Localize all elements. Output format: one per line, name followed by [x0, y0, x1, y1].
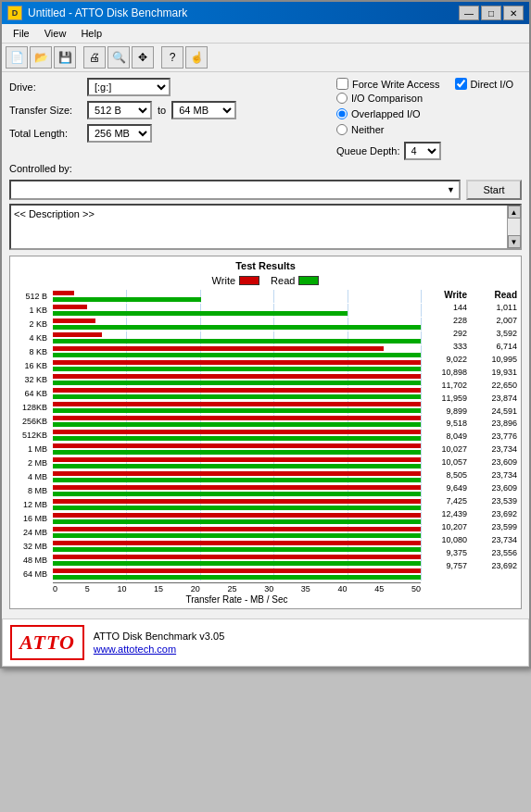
- save-button[interactable]: 💾: [54, 46, 76, 69]
- bar-row: [53, 429, 421, 442]
- read-bar: [53, 325, 421, 330]
- bar-row: [53, 526, 421, 539]
- read-value: 23,734: [474, 469, 517, 482]
- direct-io-area: Direct I/O: [455, 78, 513, 90]
- x-tick: 45: [374, 584, 384, 593]
- menu-view[interactable]: View: [37, 26, 74, 41]
- write-bar: [53, 457, 421, 462]
- chart-area: 512 B1 KB2 KB4 KB8 KB16 KB32 KB64 KB128K…: [14, 290, 517, 605]
- read-value: 23,692: [474, 508, 517, 521]
- read-value: 23,692: [474, 560, 517, 573]
- bar-row: [53, 401, 421, 414]
- value-row: 2923,592: [424, 328, 517, 341]
- value-row: 10,02723,734: [424, 443, 517, 456]
- bar-row: [53, 554, 421, 567]
- drive-select[interactable]: [:g:]: [87, 78, 171, 96]
- value-row: 9,89924,591: [424, 406, 517, 418]
- scroll-down-icon[interactable]: ▼: [508, 235, 521, 248]
- maximize-button[interactable]: □: [481, 6, 501, 20]
- write-bar: [53, 305, 87, 309]
- main-window: D Untitled - ATTO Disk Benchmark — □ ✕ F…: [0, 0, 531, 668]
- neither-radio[interactable]: [336, 124, 348, 135]
- row-label: 16 KB: [14, 359, 49, 373]
- row-label: 48 MB: [14, 554, 49, 568]
- queue-depth-select[interactable]: 4 1 2 8: [404, 142, 441, 160]
- write-value: 12,439: [424, 508, 467, 521]
- row-label: 512 B: [14, 290, 49, 304]
- write-value: 333: [424, 341, 467, 354]
- results-legend: Write Read: [14, 275, 517, 286]
- read-bar: [53, 561, 421, 566]
- read-bar: [53, 408, 421, 413]
- force-write-checkbox[interactable]: [336, 78, 348, 90]
- transfer-size-label: Transfer Size:: [9, 105, 83, 116]
- write-value: 144: [424, 302, 467, 315]
- read-bar: [53, 311, 348, 316]
- help2-button[interactable]: ☝: [185, 46, 208, 69]
- menu-help[interactable]: Help: [73, 26, 109, 41]
- force-write-label: Force Write Access: [352, 79, 440, 90]
- write-bar: [53, 332, 102, 337]
- read-legend-label: Read: [271, 275, 295, 286]
- row-label: 128KB: [14, 401, 49, 415]
- menu-bar: File View Help: [2, 24, 529, 44]
- minimize-button[interactable]: —: [459, 6, 479, 20]
- help-button[interactable]: ?: [161, 46, 183, 69]
- print-button[interactable]: 🖨: [83, 46, 106, 69]
- value-row: 8,50523,734: [424, 469, 517, 482]
- bar-row: [53, 470, 421, 483]
- io-comparison-radio[interactable]: [336, 93, 348, 104]
- window-controls: — □ ✕: [459, 6, 524, 20]
- write-value: 292: [424, 328, 467, 341]
- write-value: 10,898: [424, 367, 467, 380]
- value-row: 10,08023,734: [424, 534, 517, 547]
- dropdown-arrow-icon: ▼: [447, 185, 455, 194]
- start-button[interactable]: Start: [466, 180, 522, 200]
- read-bar: [53, 506, 421, 510]
- direct-io-checkbox[interactable]: [455, 78, 467, 90]
- x-tick: 5: [85, 584, 90, 593]
- row-label: 32 KB: [14, 373, 49, 387]
- write-bar: [53, 485, 421, 490]
- total-length-select[interactable]: 256 MB 512 MB: [87, 124, 152, 143]
- row-label: 8 KB: [14, 345, 49, 359]
- chart-bars: 05101520253035404550 Transfer Rate - MB …: [53, 290, 421, 605]
- row-label: 16 MB: [14, 512, 49, 526]
- scroll-up-icon[interactable]: ▲: [508, 206, 521, 219]
- write-value: 10,080: [424, 534, 467, 547]
- write-value: 10,057: [424, 456, 467, 469]
- controlled-by-dropdown[interactable]: ▼: [9, 180, 461, 200]
- x-axis-ticks: 05101520253035404550: [53, 583, 421, 593]
- close-button[interactable]: ✕: [503, 6, 524, 20]
- menu-file[interactable]: File: [6, 26, 37, 41]
- read-bar: [53, 436, 421, 441]
- bar-row: [53, 331, 421, 344]
- move-button[interactable]: ✥: [132, 46, 154, 69]
- magnify-button[interactable]: 🔍: [107, 46, 130, 69]
- overlapped-io-radio[interactable]: [336, 108, 348, 119]
- read-bar: [53, 492, 421, 496]
- open-button[interactable]: 📂: [30, 46, 52, 69]
- description-scrollbar[interactable]: ▲ ▼: [507, 206, 520, 248]
- read-value: 2,007: [474, 315, 517, 328]
- transfer-from-select[interactable]: 512 B 1 KB: [87, 101, 152, 119]
- value-row: 10,89819,931: [424, 367, 517, 380]
- chart-values: Write Read 1441,0112282,0072923,5923336,…: [424, 290, 517, 605]
- read-value: 23,609: [474, 482, 517, 495]
- value-row: 10,05723,609: [424, 456, 517, 469]
- read-value: 23,734: [474, 443, 517, 456]
- atto-info: ATTO Disk Benchmark v3.05 www.attotech.c…: [94, 631, 224, 655]
- new-button[interactable]: 📄: [6, 46, 28, 69]
- atto-logo: ATTO: [10, 625, 84, 660]
- row-label: 512KB: [14, 429, 49, 443]
- write-value: 9,649: [424, 482, 467, 495]
- bar-row: [53, 318, 421, 331]
- transfer-to-select[interactable]: 64 MB 128 MB: [171, 101, 236, 119]
- x-tick: 30: [264, 584, 273, 593]
- bar-row: [53, 456, 421, 469]
- read-bar: [53, 547, 421, 552]
- bar-row: [53, 415, 421, 428]
- bar-row: [53, 443, 421, 456]
- atto-url[interactable]: www.attotech.com: [94, 643, 224, 655]
- write-value: 10,207: [424, 521, 467, 534]
